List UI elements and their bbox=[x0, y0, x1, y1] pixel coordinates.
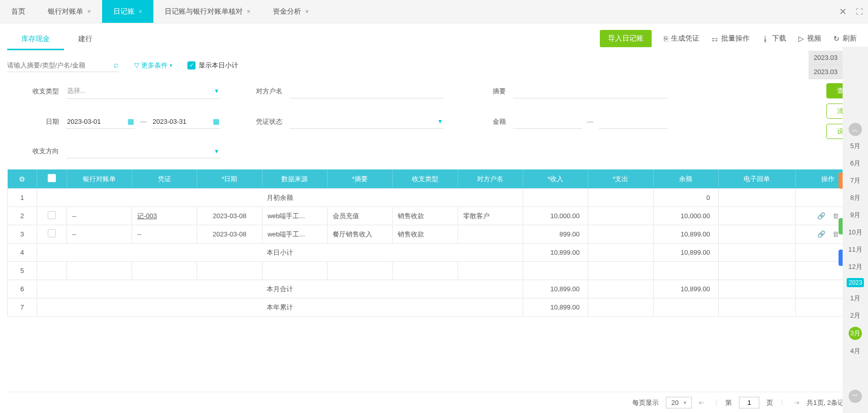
month-item[interactable]: 7月 bbox=[847, 175, 864, 187]
month-item[interactable]: 9月 bbox=[847, 209, 864, 221]
month-item[interactable]: 3月 bbox=[849, 327, 862, 340]
voucher-status-label: 凭证状态 bbox=[251, 117, 282, 126]
date-to-input[interactable]: 2023-03-31▦ bbox=[152, 114, 221, 129]
month-item[interactable]: 10月 bbox=[847, 226, 864, 238]
month-item[interactable]: 4月 bbox=[847, 345, 864, 357]
last-page-icon[interactable]: ⇥ bbox=[794, 399, 799, 406]
month-item[interactable]: 5月 bbox=[847, 140, 864, 152]
col-io-type: 收支类型 bbox=[393, 169, 458, 189]
scroll-down-icon[interactable]: ︾ bbox=[849, 390, 862, 403]
download-button[interactable]: ⭳下载 bbox=[762, 34, 786, 43]
batch-ops-button[interactable]: ⚏批量操作 bbox=[712, 34, 750, 43]
direction-select[interactable]: ▼ bbox=[66, 144, 220, 158]
toolbar: 导入日记账 ⎘生成凭证 ⚏批量操作 ⭳下载 ▷视频 ↻刷新 bbox=[600, 30, 861, 50]
col-source: 数据来源 bbox=[262, 169, 327, 189]
col-counterparty: 对方户名 bbox=[458, 169, 523, 189]
select-all-header[interactable] bbox=[37, 169, 67, 189]
top-tab[interactable]: 日记账× bbox=[102, 0, 153, 23]
next-page-icon[interactable]: 〉 bbox=[780, 398, 787, 407]
month-item[interactable]: 2月 bbox=[847, 309, 864, 322]
search-input[interactable] bbox=[7, 61, 114, 69]
counterparty-input[interactable] bbox=[290, 84, 444, 98]
calendar-icon: ▦ bbox=[127, 117, 134, 125]
close-icon[interactable]: × bbox=[87, 8, 91, 15]
more-filters-link[interactable]: ▽ 更多条件 ▾ bbox=[134, 61, 172, 70]
pagination: 每页显示 20▾ ⇤ 〈 第 页 〉 ⇥ 共1页, 2条记录 bbox=[7, 392, 861, 413]
table-row: 6本月合计10,899.0010,899.00 bbox=[8, 280, 861, 298]
chevron-down-icon: ▼ bbox=[214, 148, 219, 154]
shortcut-green[interactable] bbox=[839, 218, 843, 234]
gear-header[interactable]: ⚙ bbox=[8, 169, 37, 189]
top-tab[interactable]: 资金分析× bbox=[262, 0, 320, 23]
download-icon: ⭳ bbox=[762, 35, 769, 43]
daily-subtotal-checkbox[interactable]: ✓ 显示本日小计 bbox=[187, 61, 238, 70]
row-checkbox[interactable] bbox=[48, 229, 56, 237]
refresh-icon: ↻ bbox=[833, 35, 840, 43]
col-date: *日期 bbox=[197, 169, 262, 189]
summary-label: 摘要 bbox=[474, 87, 506, 96]
gen-voucher-button[interactable]: ⎘生成凭证 bbox=[664, 34, 699, 43]
voucher-link[interactable]: 记-003 bbox=[132, 207, 197, 225]
month-item[interactable]: 6月 bbox=[847, 157, 864, 169]
checkbox-checked-icon: ✓ bbox=[187, 61, 196, 70]
voucher-icon: ⎘ bbox=[664, 35, 668, 43]
col-summary: *摘要 bbox=[327, 169, 392, 189]
month-rail: ︽ 5月6月7月8月9月10月11月12月20231月2月3月4月 ︾ bbox=[843, 47, 868, 413]
table-row: 2--记-0032023-03-08web端手工...会员充值销售收款零散客户1… bbox=[8, 207, 861, 225]
video-icon: ▷ bbox=[798, 35, 804, 43]
refresh-button[interactable]: ↻刷新 bbox=[833, 34, 857, 43]
chevron-down-icon: ▼ bbox=[214, 88, 219, 94]
col-balance: 余额 bbox=[653, 169, 718, 189]
col-expense: *支出 bbox=[588, 169, 653, 189]
direction-label: 收支方向 bbox=[27, 147, 59, 156]
table-row: 3----2023-03-08web端手工...餐厅销售收入销售收款899.00… bbox=[8, 225, 861, 244]
page-size-select[interactable]: 20▾ bbox=[666, 397, 692, 408]
month-item[interactable]: 1月 bbox=[847, 292, 864, 304]
period-indicator: 2023.03 2023.03 bbox=[809, 51, 843, 79]
table-row: 7本年累计10,899.00 bbox=[8, 298, 861, 317]
search-input-wrap: ⌕ bbox=[7, 58, 119, 72]
top-tab[interactable]: 日记账与银行对账单核对× bbox=[153, 0, 262, 23]
io-type-select[interactable]: 选择...▼ bbox=[66, 83, 220, 99]
io-type-label: 收支类型 bbox=[27, 87, 59, 96]
top-tab[interactable]: 银行对账单× bbox=[37, 0, 102, 23]
shortcut-blue[interactable] bbox=[839, 250, 843, 266]
page-number-input[interactable] bbox=[739, 397, 759, 408]
col-receipt: 电子回单 bbox=[718, 169, 795, 189]
close-icon[interactable]: × bbox=[305, 8, 309, 15]
amount-to-input[interactable] bbox=[599, 115, 668, 129]
search-icon[interactable]: ⌕ bbox=[114, 60, 119, 70]
period-tag-1[interactable]: 2023.03 bbox=[809, 51, 843, 65]
period-tag-2[interactable]: 2023.03 bbox=[809, 65, 843, 79]
chevron-down-icon: ▼ bbox=[437, 118, 443, 124]
col-income: *收入 bbox=[523, 169, 588, 189]
voucher-status-select[interactable]: ▼ bbox=[290, 115, 444, 129]
close-icon[interactable]: × bbox=[139, 8, 142, 15]
delete-icon[interactable]: 🗑 bbox=[832, 212, 839, 220]
amount-from-input[interactable] bbox=[513, 115, 582, 129]
batch-icon: ⚏ bbox=[712, 35, 718, 43]
close-window-icon[interactable]: ✕ bbox=[839, 6, 847, 17]
month-item[interactable]: 11月 bbox=[847, 244, 864, 256]
fullscreen-icon[interactable]: ⛶ bbox=[856, 8, 863, 16]
month-item[interactable]: 8月 bbox=[847, 192, 864, 204]
month-item[interactable]: 12月 bbox=[847, 261, 864, 273]
top-tab[interactable]: 首页 bbox=[0, 0, 37, 23]
scroll-up-icon[interactable]: ︽ bbox=[849, 123, 862, 136]
close-icon[interactable]: × bbox=[247, 8, 250, 15]
summary-input[interactable] bbox=[513, 84, 667, 98]
video-button[interactable]: ▷视频 bbox=[798, 34, 821, 43]
prev-page-icon[interactable]: 〈 bbox=[712, 398, 718, 407]
import-journal-button[interactable]: 导入日记账 bbox=[600, 30, 652, 47]
link-icon[interactable]: 🔗 bbox=[817, 230, 825, 238]
amount-label: 金额 bbox=[474, 117, 506, 126]
sub-tab[interactable]: 建行 bbox=[64, 29, 107, 50]
year-tag[interactable]: 2023 bbox=[847, 278, 864, 287]
sub-tab[interactable]: 库存现金 bbox=[7, 29, 64, 50]
first-page-icon[interactable]: ⇤ bbox=[699, 399, 704, 406]
row-checkbox[interactable] bbox=[48, 211, 56, 219]
link-icon[interactable]: 🔗 bbox=[817, 212, 825, 220]
delete-icon[interactable]: 🗑 bbox=[832, 230, 839, 238]
date-from-input[interactable]: 2023-03-01▦ bbox=[66, 114, 135, 129]
shortcut-orange[interactable] bbox=[839, 173, 843, 189]
